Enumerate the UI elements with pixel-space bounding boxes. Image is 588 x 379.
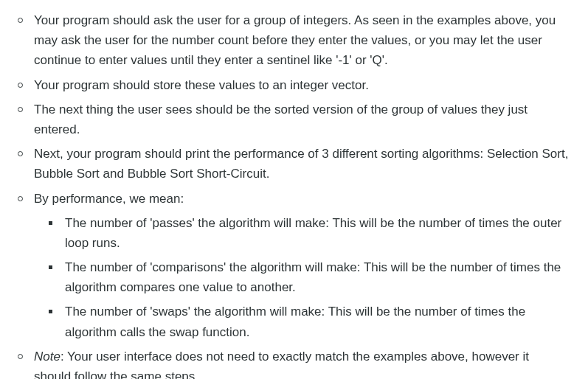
item-text: Next, your program should print the perf… bbox=[34, 147, 568, 181]
item-text: Your program should store these values t… bbox=[34, 78, 369, 92]
requirements-list: Your program should ask the user for a g… bbox=[7, 10, 569, 379]
item-text: : Your user interface does not need to e… bbox=[34, 350, 529, 379]
item-text: By performance, we mean: bbox=[34, 192, 184, 206]
list-item: Note: Your user interface does not need … bbox=[28, 347, 569, 379]
item-text: The next thing the user sees should be t… bbox=[34, 102, 528, 136]
sub-list-item: The number of 'comparisons' the algorith… bbox=[59, 257, 569, 297]
sub-item-text: The number of 'comparisons' the algorith… bbox=[65, 260, 561, 294]
sub-item-text: The number of 'passes' the algorithm wil… bbox=[65, 216, 561, 250]
sub-list-item: The number of 'swaps' the algorithm will… bbox=[59, 302, 569, 341]
sub-list-item: The number of 'passes' the algorithm wil… bbox=[59, 213, 569, 253]
note-prefix: Note bbox=[34, 350, 60, 364]
list-item: Your program should store these values t… bbox=[28, 75, 569, 95]
item-text: Your program should ask the user for a g… bbox=[34, 13, 556, 67]
list-item: Next, your program should print the perf… bbox=[28, 144, 569, 184]
list-item: The next thing the user sees should be t… bbox=[28, 100, 569, 139]
list-item: Your program should ask the user for a g… bbox=[28, 10, 569, 71]
sub-list: The number of 'passes' the algorithm wil… bbox=[34, 213, 569, 342]
sub-item-text: The number of 'swaps' the algorithm will… bbox=[65, 305, 525, 338]
list-item: By performance, we mean: The number of '… bbox=[28, 189, 569, 342]
